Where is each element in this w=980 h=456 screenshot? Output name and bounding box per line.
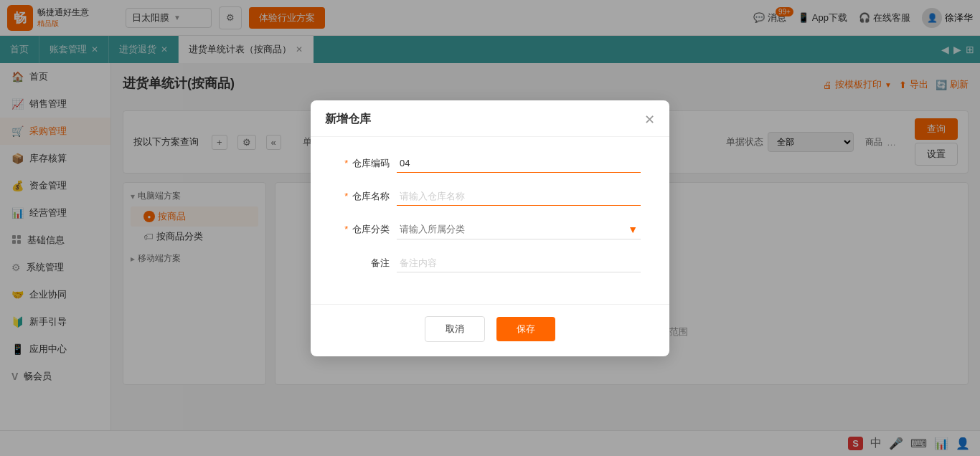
modal-close-button[interactable]: ✕ xyxy=(644,112,655,128)
required-star-name: * xyxy=(344,191,348,201)
category-input[interactable] xyxy=(400,224,628,234)
warehouse-name-input[interactable] xyxy=(397,187,641,206)
modal-header: 新增仓库 ✕ xyxy=(311,100,669,137)
form-row-category: * 仓库分类 ▼ xyxy=(339,220,641,239)
modal-overlay: 新增仓库 ✕ * 仓库编码 * 仓库名称 xyxy=(0,0,980,456)
modal-title: 新增仓库 xyxy=(325,112,371,127)
cancel-button[interactable]: 取消 xyxy=(425,316,485,342)
required-star-category: * xyxy=(344,224,348,234)
save-button[interactable]: 保存 xyxy=(496,317,555,341)
code-label: * 仓库编码 xyxy=(339,157,397,170)
category-label: * 仓库分类 xyxy=(339,223,397,236)
required-star-code: * xyxy=(344,158,348,168)
note-input[interactable] xyxy=(397,254,641,272)
warehouse-code-input[interactable] xyxy=(397,154,641,173)
category-dropdown-arrow[interactable]: ▼ xyxy=(628,224,638,235)
form-row-note: 备注 xyxy=(339,254,641,272)
category-select-wrapper: ▼ xyxy=(397,220,641,239)
name-label: * 仓库名称 xyxy=(339,190,397,203)
note-label: 备注 xyxy=(339,257,397,270)
modal-new-warehouse: 新增仓库 ✕ * 仓库编码 * 仓库名称 xyxy=(311,100,669,356)
form-row-code: * 仓库编码 xyxy=(339,154,641,173)
modal-body: * 仓库编码 * 仓库名称 * 仓库分类 xyxy=(311,137,669,304)
modal-footer: 取消 保存 xyxy=(311,304,669,356)
form-row-name: * 仓库名称 xyxy=(339,187,641,206)
